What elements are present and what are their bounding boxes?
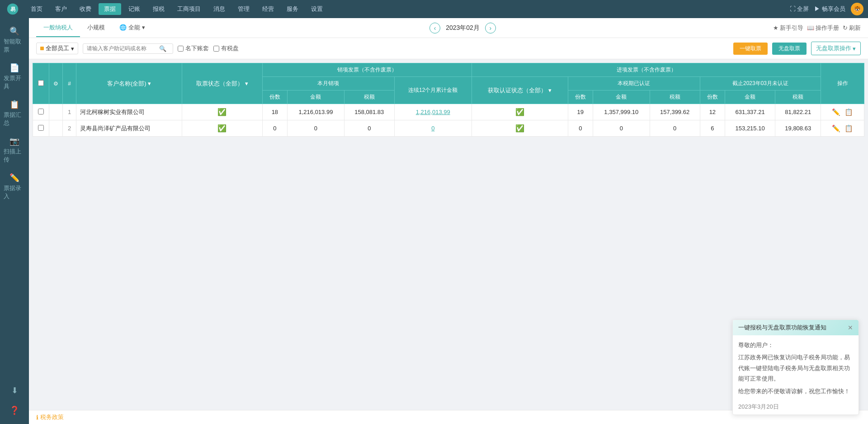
notification-close-button[interactable]: ✕	[848, 324, 853, 331]
sidebar-item-scan[interactable]: 📷 扫描上传	[2, 133, 27, 167]
chevron-down-icon: ▾	[142, 24, 145, 31]
view-icon[interactable]: 📋	[844, 124, 853, 132]
search-input[interactable]	[87, 45, 159, 52]
tab-all-capable[interactable]: 🌐 全能 ▾	[112, 19, 152, 37]
row-checkbox[interactable]	[38, 125, 44, 131]
sidebar-item-smart-ticket[interactable]: 🔍 智能取票	[2, 23, 27, 57]
tax-disk-filter[interactable]: 有税盘	[213, 44, 239, 52]
th-sales-12m: 连续12个月累计金额	[394, 77, 472, 104]
th-sales-group: 销项发票（不含作废票）	[262, 63, 472, 77]
table-row: 2 灵寿县尚泽矿产品有限公司 ✅ 0 0 0 0 ✅ 0 0 0 6 153,2…	[33, 120, 864, 137]
sidebar-item-summary[interactable]: 📋 票据汇总	[2, 96, 27, 131]
row-prec-tax: 0	[650, 120, 700, 137]
select-all-checkbox[interactable]	[38, 80, 44, 86]
employee-select[interactable]: 全部员工 ▾	[36, 43, 78, 54]
nav-message[interactable]: 消息	[208, 3, 231, 15]
nav-settings[interactable]: 设置	[306, 3, 328, 15]
th-purchase-recognized: 本税期已认证	[568, 77, 700, 91]
manual-button[interactable]: 📖 操作手册	[807, 24, 839, 32]
take-status-filter-icon[interactable]: ▾	[245, 80, 248, 87]
subaccount-checkbox[interactable]	[178, 46, 184, 52]
row-sales-amount: 1,216,013.99	[288, 104, 344, 120]
nav-menu: 首页 客户 收费 票据 记账 报税 工商项目 消息 管理 经营 服务 设置	[25, 3, 790, 15]
nav-home[interactable]: 首页	[25, 3, 48, 15]
th-pun-count: 份数	[700, 91, 725, 104]
refresh-button[interactable]: ↻ 刷新	[843, 24, 861, 32]
notification-text: 江苏政务网已恢复访问电子税务局功能，易代账一键登陆电子税务局与无盘取票相关功能可…	[738, 352, 853, 384]
all-capable-icon: 🌐	[119, 24, 127, 31]
nav-manage[interactable]: 管理	[232, 3, 255, 15]
th-operation: 操作	[821, 63, 864, 104]
download-icon[interactable]: ⬇	[6, 382, 23, 399]
smart-ticket-icon: 🔍	[9, 26, 19, 36]
row-checkbox[interactable]	[38, 109, 44, 114]
purchase-status-check-icon: ✅	[515, 108, 524, 116]
row-sales-12m[interactable]: 0	[394, 120, 472, 137]
th-checkbox	[33, 63, 49, 104]
sidebar-label-entry: 票据录入	[4, 184, 25, 200]
row-prec-count: 19	[568, 104, 593, 120]
help-icon[interactable]: ❓	[6, 402, 23, 419]
row-settings-cell	[49, 104, 63, 120]
nav-tax[interactable]: 报税	[147, 3, 170, 15]
row-take-status: ✅	[182, 104, 263, 120]
sidebar-bottom: ⬇ ❓	[6, 382, 23, 424]
notification-title: 一键报税与无盘取票功能恢复通知	[738, 324, 826, 332]
row-customer: 灵寿县尚泽矿产品有限公司	[76, 120, 182, 137]
subaccount-filter[interactable]: 名下账套	[178, 44, 209, 52]
sidebar-label-scan: 扫描上传	[4, 148, 25, 164]
svg-text:易: 易	[10, 6, 15, 12]
next-period-button[interactable]: ›	[485, 23, 496, 33]
user-avatar[interactable]: 🐯	[851, 3, 863, 15]
left-sidebar: 🔍 智能取票 📄 发票开具 📋 票据汇总 📷 扫描上传 ✏️ 票据录入 ⬇ ❓	[0, 18, 29, 424]
row-sales-tax: 0	[344, 120, 394, 137]
purchase-status-filter-icon[interactable]: ▾	[548, 87, 552, 94]
th-pun-amount: 金额	[725, 91, 775, 104]
sidebar-label-summary: 票据汇总	[4, 111, 25, 127]
customer-filter-icon[interactable]: ▾	[148, 80, 151, 87]
purchase-status-check-icon: ✅	[515, 124, 524, 132]
th-purchase-unrecognized: 截止2023年03月未认证	[700, 77, 821, 91]
manual-icon: 📖	[807, 24, 814, 31]
one-click-ticket-button[interactable]: 一键取票	[733, 43, 768, 55]
take-status-check-icon: ✅	[217, 124, 226, 132]
tab-small-scale[interactable]: 小规模	[80, 19, 112, 37]
new-guide-button[interactable]: ★ 新手引导	[773, 24, 803, 32]
edit-icon[interactable]: ✏️	[832, 108, 840, 116]
diskless-ticket-button[interactable]: 无盘取票	[772, 43, 807, 55]
tab-bar: 一般纳税人 小规模 🌐 全能 ▾ ‹ 2023年02月 › ★ 新手引导 📖 操…	[29, 18, 868, 38]
edit-icon[interactable]: ✏️	[832, 124, 840, 132]
tax-policy-link[interactable]: ℹ 税务政策	[36, 413, 64, 421]
search-icon[interactable]: 🔍	[159, 45, 166, 52]
th-prec-amount: 金额	[593, 91, 650, 104]
diskless-more-button[interactable]: 无盘取票操作 ▾	[811, 42, 861, 55]
vip-button[interactable]: ▶ 畅享会员	[814, 5, 845, 13]
employee-select-label: 全部员工	[46, 44, 69, 52]
sidebar-item-entry[interactable]: ✏️ 票据录入	[2, 169, 27, 204]
current-period: 2023年02月	[446, 24, 480, 32]
nav-right-area: ⛶ 全屏 ▶ 畅享会员 🐯	[790, 3, 863, 15]
row-pun-count: 12	[700, 104, 725, 120]
tax-disk-checkbox[interactable]	[213, 46, 219, 52]
tab-general-taxpayer[interactable]: 一般纳税人	[36, 19, 80, 37]
sidebar-item-invoice[interactable]: 📄 发票开具	[2, 59, 27, 94]
fullscreen-button[interactable]: ⛶ 全屏	[790, 5, 809, 13]
view-icon[interactable]: 📋	[844, 108, 853, 116]
row-sales-12m[interactable]: 1,216,013.99	[394, 104, 472, 120]
employee-dot	[40, 47, 44, 50]
nav-service[interactable]: 服务	[281, 3, 304, 15]
nav-bookkeeping[interactable]: 记账	[123, 3, 146, 15]
nav-fee[interactable]: 收费	[74, 3, 97, 15]
period-navigation: ‹ 2023年02月 ›	[152, 23, 773, 33]
notification-body: 尊敬的用户： 江苏政务网已恢复访问电子税务局功能，易代账一键登陆电子税务局与无盘…	[733, 335, 859, 401]
prev-period-button[interactable]: ‹	[429, 23, 440, 33]
row-settings-cell	[49, 120, 63, 137]
nav-business[interactable]: 工商项目	[172, 3, 206, 15]
sidebar-label-invoice: 发票开具	[4, 74, 25, 91]
scan-icon: 📷	[9, 136, 19, 146]
row-sales-count: 0	[262, 120, 287, 137]
nav-customer[interactable]: 客户	[50, 3, 72, 15]
nav-ticket[interactable]: 票据	[99, 3, 121, 15]
nav-operate[interactable]: 经营	[257, 3, 279, 15]
row-checkbox-cell	[33, 104, 49, 120]
